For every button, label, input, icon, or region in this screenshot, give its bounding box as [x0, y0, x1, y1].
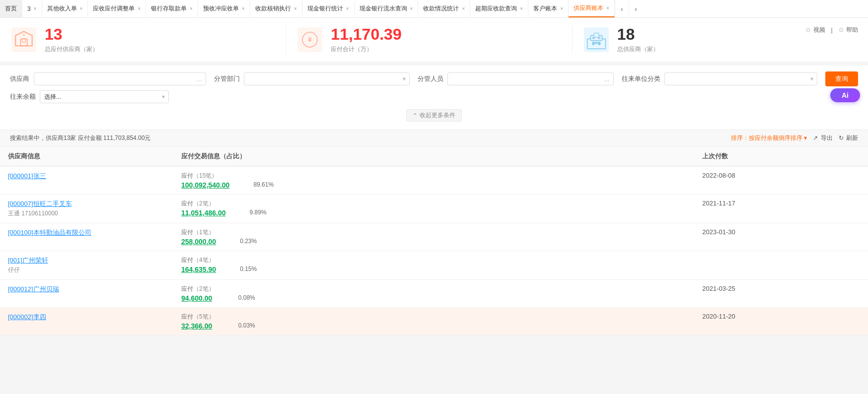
svg-rect-15 [598, 37, 600, 39]
stats-header: ¥ 13 总应付供应商（家） ¥ 11,170.39 应付合计（万） [0, 18, 868, 62]
video-link[interactable]: ⊙ 视频 [805, 26, 825, 34]
nav-close-supplier-ledger[interactable]: × [606, 5, 609, 11]
nav-label-bank-deposit: 银行存取款单 [151, 4, 187, 13]
nav-close-overdue-recv[interactable]: × [520, 6, 523, 11]
dept-select-wrap: ▾ [244, 72, 410, 85]
ap-amount-5[interactable]: 32,366.00 [181, 322, 212, 330]
nav-item-overdue-recv[interactable]: 超期应收款查询 × [470, 0, 528, 17]
table-row: [000012]广州贝瑞 应付（2笔） 94,600.00 0.08% 2021… [0, 280, 868, 308]
table-row: [000002]李四 应付（5笔） 32,366.00 0.03% 2020-1… [0, 308, 868, 335]
nav-item-supplier-ledger[interactable]: 供应商账本 × [569, 0, 615, 17]
search-row-1: 供应商 ... 分管部门 ▾ 分管人员 ... [10, 71, 858, 86]
supplier-link-0[interactable]: [000001]张三 [8, 172, 46, 180]
nav-close-tab3[interactable]: × [34, 6, 37, 11]
search-row-2: 往来余额 选择... ▾ [10, 90, 858, 103]
search-field-dept: 分管部门 ▾ [214, 72, 410, 85]
nav-close-cash-bank-stat[interactable]: × [346, 6, 349, 11]
nav-item-tab3[interactable]: 3 × [22, 0, 42, 17]
export-button[interactable]: ↗ 导出 [813, 134, 832, 142]
ap-amount-4[interactable]: 94,600.00 [181, 294, 212, 302]
cell-supplier-info-4: [000012]广州贝瑞 [0, 280, 173, 308]
ap-percent-3: 0.15% [232, 265, 257, 272]
supplier-input-wrap: ... [34, 72, 206, 85]
svg-text:¥: ¥ [23, 33, 25, 37]
nav-item-cash-bank-stat[interactable]: 现金银行统计 × [302, 0, 355, 17]
nav-item-recv-write-off[interactable]: 收款核销执行 × [250, 0, 302, 17]
nav-item-cash-bank-flow[interactable]: 现金银行流水查询 × [355, 0, 419, 17]
nav-label-recv-write-off: 收款核销执行 [255, 4, 291, 13]
supplier-link-4[interactable]: [000012]广州贝瑞 [8, 285, 59, 293]
ap-percent-2: 0.23% [232, 238, 257, 245]
supplier-link-2[interactable]: [000100]本特勤油品有限公司 [8, 229, 91, 236]
nav-item-bank-deposit[interactable]: 银行存取款单 × [146, 0, 198, 17]
ap-amount-1[interactable]: 11,051,486.00 [181, 209, 226, 217]
nav-close-ar-ap-adjust[interactable]: × [138, 6, 141, 11]
stat-label-suppliers: 总应付供应商（家） [45, 45, 98, 54]
ap-amount-0[interactable]: 100,092,540.00 [181, 181, 229, 189]
svg-rect-10 [594, 33, 599, 37]
cell-last-pay-3 [694, 251, 868, 280]
cell-supplier-info-2: [000100]本特勤油品有限公司 [0, 223, 173, 251]
nav-label-home: 首页 [5, 4, 17, 13]
balance-label: 往来余额 [10, 92, 36, 101]
collapse-button[interactable]: ⌃ 收起更多条件 [406, 109, 462, 122]
nav-label-tab3: 3 [27, 5, 31, 12]
stat-text-total-suppliers: 18 总供应商（家） [617, 26, 659, 54]
nav-item-pre-recv[interactable]: 预收冲应收单 × [198, 0, 250, 17]
ai-button[interactable]: Ai [830, 88, 860, 102]
data-table: 供应商信息 应付交易信息（占比） 上次付数 [000001]张三 应付（15笔）… [0, 147, 868, 335]
stat-number-total-suppliers: 18 [617, 26, 659, 43]
svg-text:¥: ¥ [308, 36, 312, 43]
nav-item-ar-ap-adjust[interactable]: 应收应付调整单 × [88, 0, 146, 17]
supplier-link-1[interactable]: [000007]恒旺二手叉车 [8, 200, 72, 207]
balance-select[interactable]: 选择... [40, 90, 169, 103]
nav-close-cash-bank-flow[interactable]: × [410, 6, 413, 11]
nav-close-recv-stat[interactable]: × [462, 6, 465, 11]
cell-supplier-info-1: [000007]恒旺二手叉车王通 17106110000 [0, 195, 173, 223]
ap-amount-3[interactable]: 164,635.90 [181, 265, 216, 273]
stat-block-amount: ¥ 11,170.39 应付合计（万） [286, 26, 572, 54]
category-select[interactable] [664, 72, 818, 85]
cell-supplier-info-5: [000002]李四 [0, 308, 173, 335]
help-link[interactable]: ⊙ 帮助 [839, 26, 858, 34]
collapse-row: ⌃ 收起更多条件 [10, 107, 858, 124]
ap-label-0: 应付（15笔） [181, 172, 229, 180]
sort-label[interactable]: 排序：按应付余额倒序排序 ▾ [731, 134, 807, 142]
refresh-button[interactable]: ↻ 刷新 [839, 134, 858, 142]
nav-close-customer-ledger[interactable]: × [560, 6, 563, 11]
table-row: [000007]恒旺二手叉车王通 17106110000 应付（2笔） 11,0… [0, 195, 868, 223]
refresh-icon: ↻ [839, 134, 844, 141]
person-input[interactable] [447, 72, 614, 85]
table-wrap: 供应商信息 应付交易信息（占比） 上次付数 [000001]张三 应付（15笔）… [0, 147, 868, 335]
result-bar: 搜索结果中，供应商13家 应付金额 111,703,854.00元 排序：按应付… [0, 130, 868, 147]
nav-close-recv-write-off[interactable]: × [294, 6, 297, 11]
nav-item-home[interactable]: 首页 [0, 0, 22, 17]
nav-close-other-income[interactable]: × [80, 6, 83, 11]
nav-prev-arrow[interactable]: ‹ [615, 0, 629, 17]
dept-label: 分管部门 [214, 74, 240, 83]
nav-close-bank-deposit[interactable]: × [190, 6, 193, 11]
nav-item-customer-ledger[interactable]: 客户账本 × [528, 0, 569, 17]
cell-last-pay-0: 2022-08-08 [694, 166, 868, 195]
nav-close-pre-recv[interactable]: × [242, 6, 245, 11]
nav-label-cash-bank-flow: 现金银行流水查询 [360, 4, 407, 13]
nav-item-recv-stat[interactable]: 收款情况统计 × [418, 0, 470, 17]
supplier-link-5[interactable]: [000002]李四 [8, 313, 46, 321]
nav-item-other-income[interactable]: 其他收入单 × [42, 0, 88, 17]
supplier-link-3[interactable]: [001]广州荣轩 [8, 257, 48, 264]
ap-label-4: 应付（2笔） [181, 285, 215, 293]
last-pay-date-1: 2021-11-17 [702, 199, 735, 207]
query-button[interactable]: 查询 [825, 71, 858, 86]
last-pay-date-2: 2023-01-30 [702, 228, 735, 236]
person-dots[interactable]: ... [604, 75, 610, 83]
stat-label-total-suppliers: 总供应商（家） [617, 45, 659, 54]
nav-label-cash-bank-stat: 现金银行统计 [307, 4, 343, 13]
supplier-input[interactable] [34, 72, 206, 85]
supplier-dots[interactable]: ... [196, 75, 202, 83]
nav-next-arrow[interactable]: › [629, 0, 643, 17]
dept-select[interactable] [244, 72, 410, 85]
svg-rect-12 [598, 42, 600, 45]
cell-ap-1: 应付（2笔） 11,051,486.00 9.89% [173, 195, 694, 223]
stat-number-amount: 11,170.39 [331, 26, 401, 43]
ap-amount-2[interactable]: 258,000.00 [181, 238, 216, 246]
